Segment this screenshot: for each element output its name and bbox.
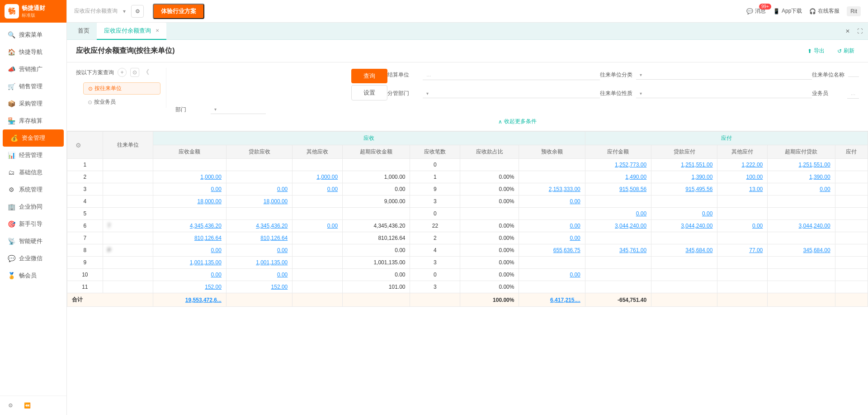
- row-data-cell[interactable]: 3,044,240.00: [768, 220, 835, 232]
- row-data-cell[interactable]: [519, 171, 585, 183]
- row-data-cell[interactable]: [651, 232, 717, 244]
- row-data-cell[interactable]: [226, 171, 292, 183]
- sidebar-item-hardware[interactable]: 📡 智能硬件: [0, 233, 66, 250]
- sidebar-item-capital[interactable]: 💰 资金管理: [3, 129, 64, 147]
- row-data-cell[interactable]: 0.00: [768, 183, 835, 196]
- row-data-cell[interactable]: 915,508.56: [585, 183, 651, 196]
- row-data-cell[interactable]: [292, 244, 343, 257]
- row-data-cell[interactable]: 1,252,773.00: [585, 159, 651, 171]
- row-data-cell[interactable]: 13.00: [717, 183, 768, 196]
- user-menu-btn[interactable]: Rit: [847, 6, 861, 16]
- row-data-cell[interactable]: [585, 232, 651, 244]
- row-data-cell[interactable]: 345,684.00: [651, 244, 717, 257]
- sidebar-item-sales[interactable]: 🛒 销售管理: [0, 78, 66, 95]
- row-data-cell[interactable]: 1,000.00: [292, 171, 343, 183]
- row-data-cell[interactable]: [519, 281, 585, 293]
- row-data-cell[interactable]: 2,153,333.00: [519, 183, 585, 196]
- dept2-input[interactable]: ▾: [211, 105, 266, 114]
- row-data-cell[interactable]: [585, 281, 651, 293]
- expand-tab-btn[interactable]: ⛶: [855, 26, 864, 36]
- row-data-cell[interactable]: 0.00: [292, 220, 343, 232]
- row-data-cell[interactable]: 345,761.00: [585, 244, 651, 257]
- row-data-cell[interactable]: [519, 257, 585, 269]
- online-service-btn[interactable]: 🎧 在线客服: [809, 7, 840, 15]
- row-data-cell[interactable]: 1,251,551.00: [651, 159, 717, 171]
- row-data-cell[interactable]: [292, 269, 343, 281]
- refresh-btn[interactable]: ↺ 刷新: [833, 45, 859, 57]
- row-data-cell[interactable]: 810,126.64: [226, 232, 292, 244]
- row-data-cell[interactable]: 1,000.00: [153, 171, 226, 183]
- row-data-cell[interactable]: [768, 196, 835, 208]
- row-data-cell[interactable]: [292, 232, 343, 244]
- row-data-cell[interactable]: 345,684.00: [768, 244, 835, 257]
- row-data-cell[interactable]: [651, 269, 717, 281]
- breadcrumb-dropdown-btn[interactable]: ▾: [123, 8, 126, 14]
- row-data-cell[interactable]: 0.00: [519, 232, 585, 244]
- tab-balance-query[interactable]: 应收应付余额查询 ✕: [97, 23, 166, 40]
- row-data-cell[interactable]: 1,490.00: [585, 171, 651, 183]
- row-data-cell[interactable]: [153, 208, 226, 220]
- row-data-cell[interactable]: [292, 257, 343, 269]
- row-data-cell[interactable]: [651, 281, 717, 293]
- row-data-cell[interactable]: 100.00: [717, 171, 768, 183]
- row-data-cell[interactable]: [519, 159, 585, 171]
- row-data-cell[interactable]: 0.00: [651, 208, 717, 220]
- filter-setting-btn[interactable]: ⊙: [130, 68, 139, 77]
- dept-input[interactable]: ▾: [423, 89, 599, 98]
- row-data-cell[interactable]: [768, 281, 835, 293]
- row-data-cell[interactable]: 1,222.00: [717, 159, 768, 171]
- row-data-cell[interactable]: 0.00: [153, 269, 226, 281]
- row-data-cell[interactable]: [519, 208, 585, 220]
- filter-add-btn[interactable]: +: [118, 68, 127, 77]
- sidebar-item-quick-nav[interactable]: 🏠 快捷导航: [0, 43, 66, 61]
- row-data-cell[interactable]: [651, 196, 717, 208]
- row-data-cell[interactable]: 655,636.75: [519, 244, 585, 257]
- row-data-cell[interactable]: [292, 208, 343, 220]
- row-data-cell[interactable]: [585, 269, 651, 281]
- row-data-cell[interactable]: 18,000.00: [226, 196, 292, 208]
- row-data-cell[interactable]: 3,044,240.00: [651, 220, 717, 232]
- row-data-cell[interactable]: 915,495.56: [651, 183, 717, 196]
- sidebar-item-member[interactable]: 🏅 畅会员: [0, 267, 66, 284]
- row-data-cell[interactable]: 18,000.00: [153, 196, 226, 208]
- sidebar-item-marketing[interactable]: 📣 营销推广: [0, 61, 66, 78]
- sidebar-item-wechat[interactable]: 💬 企业微信: [0, 250, 66, 267]
- row-data-cell[interactable]: [717, 281, 768, 293]
- row-data-cell[interactable]: [768, 232, 835, 244]
- row-data-cell[interactable]: [768, 269, 835, 281]
- row-data-cell[interactable]: [717, 257, 768, 269]
- export-btn[interactable]: ⬆ 导出: [803, 45, 829, 57]
- row-data-cell[interactable]: 0.00: [519, 220, 585, 232]
- header-gear-btn[interactable]: ⚙: [131, 5, 144, 18]
- salesman-input[interactable]: ...: [847, 88, 859, 99]
- app-download-btn[interactable]: 📱 App下载: [773, 7, 802, 15]
- row-data-cell[interactable]: 0.00: [153, 244, 226, 257]
- row-data-cell[interactable]: [292, 281, 343, 293]
- sidebar-item-system[interactable]: ⚙ 系统管理: [0, 181, 66, 198]
- row-data-cell[interactable]: 0.00: [226, 183, 292, 196]
- row-data-cell[interactable]: 0.00: [226, 244, 292, 257]
- row-data-cell[interactable]: [226, 159, 292, 171]
- sidebar-item-search-menu[interactable]: 🔍 搜索菜单: [0, 26, 66, 43]
- row-data-cell[interactable]: 1,001,135.00: [153, 257, 226, 269]
- row-data-cell[interactable]: 4,345,436.20: [153, 220, 226, 232]
- row-data-cell[interactable]: 152.00: [153, 281, 226, 293]
- filter-more-conditions[interactable]: ∧ 收起更多条件: [175, 114, 859, 125]
- row-data-cell[interactable]: [226, 208, 292, 220]
- row-data-cell[interactable]: 810,126.64: [153, 232, 226, 244]
- row-data-cell[interactable]: 77.00: [717, 244, 768, 257]
- row-data-cell[interactable]: 0.00: [717, 220, 768, 232]
- query-button[interactable]: 查询: [351, 69, 387, 83]
- filter-scheme-staff[interactable]: ⊙ 按业务员: [83, 96, 160, 108]
- table-setting-btn[interactable]: ⚙: [72, 139, 85, 152]
- row-data-cell[interactable]: 152.00: [226, 281, 292, 293]
- row-data-cell[interactable]: [717, 269, 768, 281]
- unit-category-input[interactable]: ▾: [636, 71, 812, 80]
- row-data-cell[interactable]: 0.00: [519, 269, 585, 281]
- row-data-cell[interactable]: 0.00: [519, 196, 585, 208]
- row-data-cell[interactable]: 4,345,436.20: [226, 220, 292, 232]
- row-data-cell[interactable]: 0.00: [153, 183, 226, 196]
- row-data-cell[interactable]: [292, 159, 343, 171]
- unit-nature-input[interactable]: ▾: [636, 89, 812, 98]
- sidebar-item-enterprise[interactable]: 🏢 企业协同: [0, 198, 66, 215]
